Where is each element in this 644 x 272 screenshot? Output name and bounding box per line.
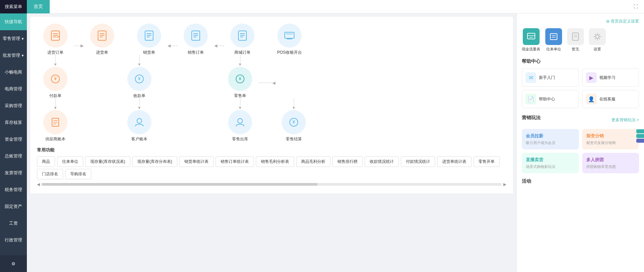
func-btn-7[interactable]: 商品毛利分析: [296, 156, 330, 167]
sidebar-item-1[interactable]: 零售管理▼: [0, 30, 27, 47]
quick-icon-1[interactable]: 往来单位: [545, 28, 562, 52]
help-item-2[interactable]: 📄帮助中心: [522, 90, 579, 108]
func-btn-14[interactable]: 导购排名: [65, 169, 91, 179]
fullscreen-button[interactable]: ⛶: [631, 2, 641, 12]
sidebar-item-12[interactable]: 工资: [0, 215, 27, 232]
sidebar-item-7[interactable]: 资金管理: [0, 131, 27, 148]
node-receipt[interactable]: ¥: [127, 67, 151, 91]
marketing-item-3[interactable]: 多人拼团拼团购物享受优惠: [582, 153, 639, 173]
marketing-item-desc-0: 吸引用户成为会员: [526, 140, 575, 145]
float-btn-1[interactable]: 服务社区: [636, 134, 644, 138]
func-btn-6[interactable]: 销售毛利分析表: [256, 156, 294, 167]
fullscreen-icon: ⛶: [634, 4, 638, 9]
func-btn-9[interactable]: 收款情况统计: [365, 156, 399, 167]
float-btn-0[interactable]: 客服热线: [636, 129, 644, 133]
scroll-left-arrow[interactable]: ◀: [37, 182, 40, 187]
node-sales-order[interactable]: [184, 24, 208, 48]
quick-icon-box-0: [523, 28, 540, 45]
node-sales-bill-label: 销货单: [143, 50, 155, 55]
node-customer-account[interactable]: [127, 110, 151, 134]
marketing-item-desc-3: 拼团购物享受优惠: [586, 164, 635, 169]
quick-icon-2[interactable]: 暂无: [567, 28, 584, 52]
sidebar-item-3[interactable]: 小畅电商: [0, 64, 27, 81]
sidebar-item-9[interactable]: 发票管理: [0, 165, 27, 181]
func-btn-0[interactable]: 商品: [37, 156, 55, 167]
quick-icon-box-1: [545, 28, 562, 45]
sidebar-item-5[interactable]: 采购管理: [0, 97, 27, 114]
tab-home[interactable]: 首页: [27, 0, 50, 13]
scroll-thumb: [42, 183, 318, 186]
help-grid: ✉新手入门▶视频学习📄帮助中心👤在线客服: [522, 69, 639, 108]
marketing-header: 营销玩法 更多营销玩法 >: [522, 115, 639, 125]
right-panel-header: ⚙ 首页自定义设置: [522, 18, 639, 24]
quick-icon-3[interactable]: 设置: [589, 28, 606, 52]
node-pos-label: POS收银开台: [277, 50, 302, 55]
func-btn-2[interactable]: 现存量(库存状况表): [85, 156, 130, 167]
node-mall-order-label: 商城订单: [234, 50, 250, 55]
svg-rect-21: [287, 38, 292, 39]
help-icon-0: ✉: [525, 72, 536, 83]
func-btn-8[interactable]: 销售排行榜: [332, 156, 363, 167]
sidebar: 快捷导航零售管理▼批发管理▼小畅电商电商管理采购管理库存核算资金管理总账管理发票…: [0, 13, 27, 272]
help-item-0[interactable]: ✉新手入门: [522, 69, 579, 87]
sidebar-item-2[interactable]: 批发管理▼: [0, 47, 27, 64]
search-menu-button[interactable]: 搜索菜单: [0, 0, 27, 13]
func-btn-13[interactable]: 门店排名: [37, 169, 63, 179]
more-marketing-link[interactable]: 更多营销玩法 >: [611, 117, 639, 123]
marketing-item-title-3: 多人拼团: [586, 157, 635, 163]
float-btn-2[interactable]: 桌面快捷: [636, 139, 644, 143]
node-purchase-bill[interactable]: [90, 24, 114, 48]
func-btn-12[interactable]: 零售开单: [473, 156, 500, 167]
node-mall-order[interactable]: [230, 24, 255, 48]
sidebar-gear-button[interactable]: ⚙: [0, 255, 27, 272]
func-btn-4[interactable]: 销货单统计表: [179, 156, 214, 167]
main-panel: 进货订单 ▶ 进货单: [27, 13, 516, 272]
customize-link[interactable]: ⚙ 首页自定义设置: [606, 18, 639, 24]
help-icon-1: ▶: [586, 72, 597, 83]
chevron-down-icon: ▼: [21, 37, 25, 41]
marketing-item-desc-1: 裂变式发展分销商: [586, 140, 635, 145]
node-purchase-order[interactable]: [43, 24, 67, 48]
sidebar-item-10[interactable]: 税务管理: [0, 181, 27, 198]
help-item-3[interactable]: 👤在线客服: [582, 90, 639, 108]
marketing-item-1[interactable]: 裂变分销裂变式发展分销商: [582, 129, 639, 149]
sidebar-item-4[interactable]: 电商管理: [0, 81, 27, 97]
activity-title: 活动: [522, 178, 639, 184]
right-panel: ⚙ 首页自定义设置 现金流量表往来单位暂无设置 帮助中心 ✉新手入门▶视频学习📄…: [516, 13, 644, 272]
sidebar-item-11[interactable]: 固定资产: [0, 198, 27, 215]
func-btn-3[interactable]: 现存量(库存分布表): [132, 156, 177, 167]
func-btn-10[interactable]: 付款情况统计: [401, 156, 435, 167]
help-label-1: 视频学习: [599, 75, 615, 81]
help-label-2: 帮助中心: [539, 96, 555, 102]
node-retail[interactable]: ¥: [228, 67, 252, 91]
scroll-right-arrow[interactable]: ▶: [503, 182, 506, 187]
node-payment[interactable]: ¥: [43, 67, 67, 91]
sidebar-item-0[interactable]: 快捷导航: [0, 13, 27, 30]
node-purchase-order-label: 进货订单: [47, 50, 63, 55]
func-btn-1[interactable]: 往来单位: [57, 156, 83, 167]
scroll-track[interactable]: [42, 183, 502, 186]
func-btn-5[interactable]: 销售订单统计表: [216, 156, 254, 167]
quick-icon-0[interactable]: 现金流量表: [522, 28, 540, 52]
quick-icon-label-1: 往来单位: [546, 47, 561, 52]
svg-rect-20: [285, 32, 294, 38]
help-item-1[interactable]: ▶视频学习: [582, 69, 639, 87]
node-retail-settle[interactable]: ¥: [282, 110, 306, 134]
node-supplier-account[interactable]: [43, 110, 67, 134]
svg-point-47: [596, 35, 599, 38]
node-pos[interactable]: [277, 24, 302, 48]
sidebar-item-8[interactable]: 总账管理: [0, 148, 27, 165]
marketing-item-2[interactable]: 直播卖货场景式购物新玩法: [522, 153, 579, 173]
marketing-item-desc-2: 场景式购物新玩法: [526, 164, 575, 169]
svg-text:¥: ¥: [238, 76, 241, 81]
sidebar-item-6[interactable]: 库存核算: [0, 114, 27, 131]
svg-text:¥: ¥: [292, 119, 295, 125]
func-btn-11[interactable]: 进货单统计表: [437, 156, 471, 167]
marketing-item-0[interactable]: 会员拉新吸引用户成为会员: [522, 129, 579, 149]
gear-icon-small: ⚙: [606, 19, 610, 24]
marketing-item-title-1: 裂变分销: [586, 133, 635, 139]
node-retail-out[interactable]: [228, 110, 252, 134]
sidebar-item-13[interactable]: 行政管理: [0, 232, 27, 248]
help-label-3: 在线客服: [599, 96, 615, 102]
node-sales-bill[interactable]: [137, 24, 161, 48]
